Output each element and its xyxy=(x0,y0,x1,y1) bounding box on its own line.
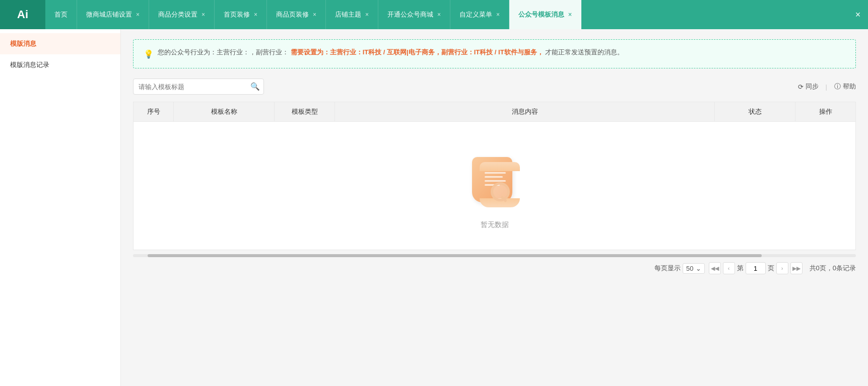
tab-theme[interactable]: 店铺主题 × xyxy=(326,0,378,29)
sidebar-item-template-record[interactable]: 模版消息记录 xyxy=(0,54,120,75)
search-bar: 🔍 ⟳ 同步 | ⓘ 帮助 xyxy=(133,79,856,95)
sync-icon: ⟳ xyxy=(798,83,804,91)
page-number-input[interactable] xyxy=(746,262,766,274)
page-size-dropdown[interactable]: 50 ⌄ xyxy=(683,263,704,274)
last-page-button[interactable]: ▶▶ xyxy=(790,262,803,274)
tab-mall-label: 开通公众号商城 xyxy=(387,10,433,19)
close-category-icon[interactable]: × xyxy=(202,11,205,18)
search-input[interactable] xyxy=(133,79,264,95)
close-product-icon[interactable]: × xyxy=(313,11,316,18)
scroll-line-1 xyxy=(485,172,506,174)
notice-text: 您的公众号行业为：主营行业：，副营行业： 需要设置为：主营行业：IT科技 / 互… xyxy=(158,47,624,58)
search-input-wrap: 🔍 xyxy=(133,79,264,95)
sidebar-item-template-msg-label: 模版消息 xyxy=(10,40,36,47)
pagination: 每页显示 50 ⌄ ◀◀ ‹ 第 页 › ▶▶ 共0页，0条记录 xyxy=(133,262,856,274)
close-theme-icon[interactable]: × xyxy=(365,11,369,18)
col-status: 状态 xyxy=(715,102,795,122)
notice-box: 💡 您的公众号行业为：主营行业：，副营行业： 需要设置为：主营行业：IT科技 /… xyxy=(133,39,856,68)
page-size-label: 每页显示 xyxy=(654,264,681,273)
tab-weishop[interactable]: 微商城店铺设置 × xyxy=(77,0,149,29)
sidebar-item-template-msg[interactable]: 模版消息 xyxy=(0,33,120,54)
close-menu-icon[interactable]: × xyxy=(496,11,500,18)
tab-homepage[interactable]: 首页装修 × xyxy=(215,0,267,29)
page-total: 共0页，0条记录 xyxy=(810,264,856,273)
help-icon: ⓘ xyxy=(834,82,841,91)
tab-category-label: 商品分类设置 xyxy=(158,10,197,19)
col-content: 消息内容 xyxy=(335,102,715,122)
tab-theme-label: 店铺主题 xyxy=(335,10,361,19)
search-icon[interactable]: 🔍 xyxy=(250,82,260,91)
tab-menu-label: 自定义菜单 xyxy=(459,10,492,19)
tab-template[interactable]: 公众号模板消息 × xyxy=(509,0,581,29)
notice-icon: 💡 xyxy=(144,47,154,61)
empty-state: 暂无数据 xyxy=(133,122,855,250)
main-layout: 模版消息 模版消息记录 💡 您的公众号行业为：主营行业：，副营行业： 需要设置为… xyxy=(0,29,868,386)
first-page-button[interactable]: ◀◀ xyxy=(709,262,721,274)
next-page-button[interactable]: › xyxy=(776,262,788,274)
empty-row: 暂无数据 xyxy=(133,122,856,250)
scroll-body xyxy=(472,157,512,202)
scroll-top xyxy=(480,162,520,171)
data-table: 序号 模板名称 模板类型 消息内容 状态 操作 xyxy=(133,102,856,250)
close-mall-icon[interactable]: × xyxy=(437,11,441,18)
page-size-value: 50 xyxy=(686,265,693,272)
tab-menu[interactable]: 自定义菜单 × xyxy=(450,0,509,29)
sidebar-item-template-record-label: 模版消息记录 xyxy=(10,61,49,68)
sidebar: 模版消息 模版消息记录 xyxy=(0,29,121,386)
sync-label: 同步 xyxy=(806,82,819,91)
scroll-line-2 xyxy=(485,176,503,178)
sync-button[interactable]: ⟳ 同步 xyxy=(798,82,819,91)
tab-category[interactable]: 商品分类设置 × xyxy=(149,0,215,29)
col-type: 模板类型 xyxy=(275,102,335,122)
close-weishop-icon[interactable]: × xyxy=(136,11,140,18)
col-action: 操作 xyxy=(795,102,856,122)
col-seq: 序号 xyxy=(133,102,174,122)
col-name: 模板名称 xyxy=(174,102,275,122)
magnify-glass-icon xyxy=(491,182,510,201)
chevron-down-icon: ⌄ xyxy=(696,265,701,272)
toolbar-divider: | xyxy=(826,83,827,91)
help-button[interactable]: ⓘ 帮助 xyxy=(834,82,856,91)
tab-product-label: 商品页装修 xyxy=(276,10,309,19)
content-area: 💡 您的公众号行业为：主营行业：，副营行业： 需要设置为：主营行业：IT科技 /… xyxy=(121,29,868,386)
table-body: 暂无数据 xyxy=(133,122,856,250)
tab-home-label: 首页 xyxy=(54,10,68,19)
table-header-row: 序号 模板名称 模板类型 消息内容 状态 操作 xyxy=(133,102,856,122)
tab-product[interactable]: 商品页装修 × xyxy=(267,0,326,29)
page-size-select: 每页显示 50 ⌄ xyxy=(654,263,704,274)
logo: Ai xyxy=(0,0,45,29)
scroll-thumb[interactable] xyxy=(148,254,762,257)
prev-page-button[interactable]: ‹ xyxy=(723,262,735,274)
tab-home[interactable]: 首页 xyxy=(45,0,77,29)
help-label: 帮助 xyxy=(843,82,856,91)
page-nav: ◀◀ ‹ 第 页 › ▶▶ xyxy=(709,262,803,274)
di-label: 第 xyxy=(737,264,744,273)
nav-tabs: 首页 微商城店铺设置 × 商品分类设置 × 首页装修 × 商品页装修 × 店铺主… xyxy=(45,0,848,29)
close-template-icon[interactable]: × xyxy=(568,11,572,18)
tab-weishop-label: 微商城店铺设置 xyxy=(86,10,132,19)
empty-illustration xyxy=(464,152,525,212)
table-header: 序号 模板名称 模板类型 消息内容 状态 操作 xyxy=(133,102,856,122)
close-all-button[interactable]: × xyxy=(848,0,868,29)
top-nav: Ai 首页 微商城店铺设置 × 商品分类设置 × 首页装修 × 商品页装修 × … xyxy=(0,0,868,29)
tab-mall[interactable]: 开通公众号商城 × xyxy=(378,0,450,29)
toolbar-right: ⟳ 同步 | ⓘ 帮助 xyxy=(798,82,856,91)
scroll-track[interactable] xyxy=(133,254,856,257)
page-unit: 页 xyxy=(768,264,774,273)
tab-homepage-label: 首页装修 xyxy=(224,10,250,19)
empty-text: 暂无数据 xyxy=(481,220,509,229)
close-homepage-icon[interactable]: × xyxy=(254,11,257,18)
tab-template-label: 公众号模板消息 xyxy=(518,10,564,19)
scroll-line-3 xyxy=(485,180,506,182)
